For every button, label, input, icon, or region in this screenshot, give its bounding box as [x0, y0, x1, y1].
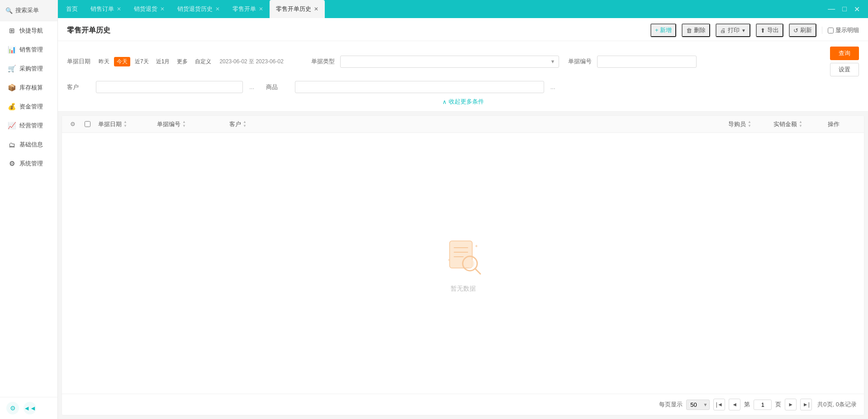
- date-btn-近1月[interactable]: 近1月: [153, 57, 173, 66]
- sidebar-item-label-inventory: 库存核算: [19, 84, 43, 92]
- filter-customer-field: 客户 ...: [67, 81, 257, 93]
- empty-text: 暂无数据: [451, 285, 476, 293]
- sidebar-item-system[interactable]: ⚙ 系统管理: [0, 154, 57, 173]
- tab-home[interactable]: 首页: [60, 0, 84, 18]
- filter-area: 单据日期 昨天今天近7天近1月更多自定义 2023-06-02 至 2023-0…: [58, 41, 868, 112]
- date-btn-自定义[interactable]: 自定义: [192, 57, 214, 66]
- sidebar-item-shortcuts[interactable]: ⊞ 快捷导航: [0, 21, 57, 40]
- goods-input[interactable]: [295, 81, 544, 93]
- goods-dots[interactable]: ...: [548, 84, 558, 90]
- th-number[interactable]: 单据编号 ▲▼: [153, 120, 226, 128]
- type-select-wrapper: ▼: [340, 56, 559, 68]
- sidebar-item-purchase[interactable]: 🛒 采购管理: [0, 59, 57, 78]
- customer-label: 客户: [67, 83, 92, 91]
- date-btn-近7天[interactable]: 近7天: [132, 57, 152, 66]
- date-btn-更多[interactable]: 更多: [174, 57, 190, 66]
- page-number-input[interactable]: [754, 400, 772, 410]
- settings-footer-icon[interactable]: ⚙: [6, 402, 19, 414]
- sidebar-item-basic[interactable]: 🗂 基础信息: [0, 135, 57, 154]
- tab-close-sales-return[interactable]: ✕: [160, 6, 165, 12]
- tab-close-sales-return-history[interactable]: ✕: [215, 6, 220, 12]
- customer-input[interactable]: [96, 81, 243, 93]
- page-container: 零售开单历史 + 新增 🗑 删除 🖨 打印 ▼ ⬆ 导出 ↺: [58, 18, 868, 419]
- sidebar-item-label-purchase: 采购管理: [19, 65, 43, 73]
- th-number-sort: ▲▼: [182, 120, 186, 128]
- next-page-button[interactable]: ►: [785, 399, 797, 410]
- collapse-up-icon: ∧: [442, 99, 447, 105]
- sidebar-item-operations[interactable]: 📈 经营管理: [0, 116, 57, 135]
- tab-close-sales-order[interactable]: ✕: [117, 6, 121, 12]
- show-detail-checkbox[interactable]: [828, 28, 834, 33]
- collapse-button[interactable]: ∧ 收起更多条件: [67, 98, 859, 106]
- th-amount-sort: ▲▼: [799, 120, 802, 128]
- svg-text:✦: ✦: [447, 258, 451, 262]
- prev-page-button[interactable]: ◄: [729, 399, 740, 410]
- per-page-select[interactable]: 50 100 200: [686, 400, 710, 410]
- last-page-button[interactable]: ►|: [800, 399, 812, 410]
- tab-sales-order[interactable]: 销售订单✕: [84, 0, 128, 18]
- tab-sales-return[interactable]: 销货退货✕: [128, 0, 171, 18]
- type-select[interactable]: [340, 56, 559, 68]
- empty-state: ✦ ✦ 暂无数据: [62, 133, 864, 394]
- table-area: ⚙ 单据日期 ▲▼ 单据编号 ▲▼ 客户: [62, 115, 864, 415]
- filter-type-field: 单据类型 ▼: [311, 56, 559, 68]
- select-all-checkbox-wrapper: [80, 121, 95, 127]
- filter-row-1: 单据日期 昨天今天近7天近1月更多自定义 2023-06-02 至 2023-0…: [67, 47, 859, 76]
- per-page-label: 每页显示: [659, 400, 683, 409]
- sidebar-item-finance[interactable]: 💰 资金管理: [0, 97, 57, 116]
- shortcuts-icon: ⊞: [8, 27, 16, 35]
- tab-close-retail-history[interactable]: ✕: [314, 6, 318, 12]
- page-label: 第: [744, 400, 750, 409]
- system-icon: ⚙: [8, 160, 16, 168]
- add-button[interactable]: + 新增: [650, 24, 676, 37]
- date-btn-今天[interactable]: 今天: [114, 57, 130, 66]
- close-button[interactable]: ✕: [851, 3, 863, 15]
- sales-icon: 📊: [8, 46, 16, 54]
- refresh-icon: ↺: [793, 27, 798, 34]
- refresh-button[interactable]: ↺ 刷新: [789, 24, 816, 37]
- first-page-button[interactable]: |◄: [713, 399, 725, 410]
- collapse-sidebar-icon[interactable]: ◄◄: [24, 402, 36, 414]
- basic-icon: 🗂: [8, 141, 16, 149]
- filter-row-2: 客户 ... 商品 ...: [67, 81, 859, 93]
- minimize-button[interactable]: —: [825, 3, 838, 15]
- tab-sales-return-history[interactable]: 销货退货历史✕: [171, 0, 226, 18]
- select-all-checkbox[interactable]: [85, 121, 90, 127]
- tab-label-sales-return-history: 销货退货历史: [177, 5, 213, 13]
- th-customer[interactable]: 客户 ▲▼: [226, 120, 725, 128]
- th-guide-label: 导购员: [728, 120, 746, 128]
- sidebar-item-sales[interactable]: 📊 销售管理: [0, 40, 57, 59]
- th-date-sort: ▲▼: [123, 120, 127, 128]
- search-menu[interactable]: 🔍 搜索采单: [0, 0, 57, 21]
- customer-dots[interactable]: ...: [247, 84, 257, 90]
- delete-button[interactable]: 🗑 删除: [682, 24, 710, 37]
- print-button[interactable]: 🖨 打印 ▼: [716, 24, 750, 37]
- page-header: 零售开单历史 + 新增 🗑 删除 🖨 打印 ▼ ⬆ 导出 ↺: [58, 18, 868, 41]
- th-amount[interactable]: 实销金额 ▲▼: [770, 120, 824, 128]
- th-number-label: 单据编号: [157, 120, 180, 128]
- svg-point-5: [465, 259, 474, 268]
- th-guide-sort: ▲▼: [748, 120, 751, 128]
- print-icon: 🖨: [720, 27, 726, 34]
- tab-close-retail-open[interactable]: ✕: [259, 6, 263, 12]
- search-icon: 🔍: [5, 7, 13, 14]
- th-guide[interactable]: 导购员 ▲▼: [725, 120, 770, 128]
- page-total-text: 共0页, 0条记录: [817, 400, 857, 409]
- number-input[interactable]: [597, 56, 697, 68]
- th-date[interactable]: 单据日期 ▲▼: [95, 120, 153, 128]
- tab-retail-history[interactable]: 零售开单历史✕: [270, 0, 325, 18]
- th-action-label: 操作: [828, 120, 840, 128]
- pagination: 每页显示 50 100 200 ▼ |◄ ◄ 第 页 ► ►| 共0页, 0条记…: [62, 394, 864, 415]
- delete-icon: 🗑: [686, 27, 692, 34]
- show-detail-toggle[interactable]: 显示明细: [828, 26, 859, 34]
- setting-button[interactable]: 设置: [830, 63, 859, 76]
- svg-line-6: [475, 268, 480, 274]
- maximize-button[interactable]: □: [840, 3, 849, 15]
- column-config-icon[interactable]: ⚙: [66, 121, 80, 127]
- query-button[interactable]: 查询: [830, 47, 859, 60]
- date-btn-昨天[interactable]: 昨天: [96, 57, 112, 66]
- sidebar-item-inventory[interactable]: 📦 库存核算: [0, 78, 57, 97]
- export-button[interactable]: ⬆ 导出: [756, 24, 783, 37]
- main-area: 首页销售订单✕销货退货✕销货退货历史✕零售开单✕零售开单历史✕ — □ ✕ 零售…: [58, 0, 868, 419]
- tab-retail-open[interactable]: 零售开单✕: [226, 0, 270, 18]
